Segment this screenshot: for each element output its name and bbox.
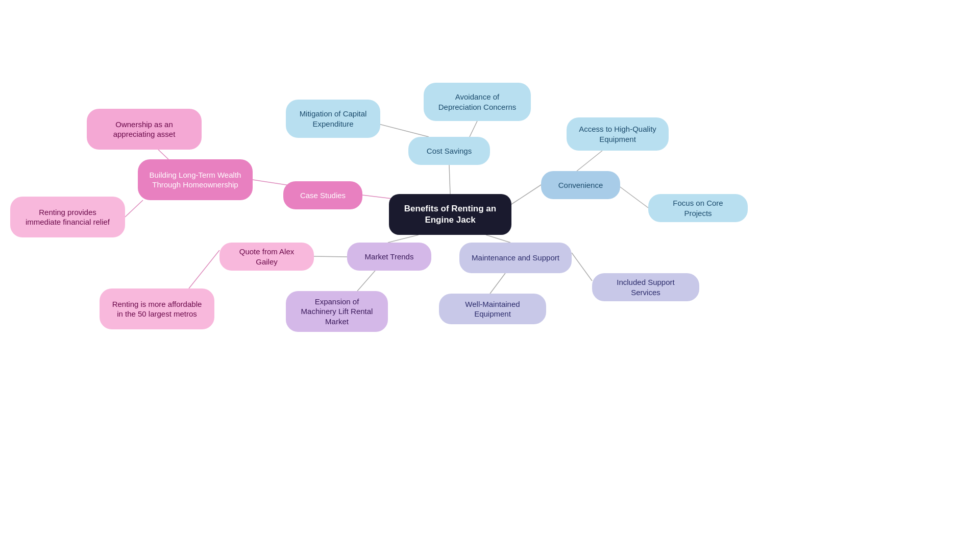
svg-line-0 (449, 165, 450, 194)
cost-savings-node: Cost Savings (408, 137, 490, 165)
renting-affordable-node: Renting is more affordable in the 50 lar… (100, 288, 214, 329)
center-node: Benefits of Renting an Engine Jack (389, 194, 511, 235)
focus-core-node: Focus on Core Projects (648, 194, 748, 222)
svg-line-3 (511, 185, 541, 204)
building-wealth-node: Building Long-Term Wealth Through Homeow… (138, 159, 253, 200)
quote-alex-node: Quote from Alex Gailey (219, 243, 314, 271)
ownership-asset-node: Ownership as an appreciating asset (87, 109, 202, 150)
svg-line-4 (577, 151, 602, 171)
maintenance-support-node: Maintenance and Support (459, 243, 572, 273)
market-trends-node: Market Trends (347, 243, 431, 271)
well-maintained-node: Well-Maintained Equipment (439, 294, 546, 324)
svg-line-11 (314, 256, 347, 257)
avoidance-depreciation-node: Avoidance of Depreciation Concerns (424, 83, 531, 121)
svg-line-8 (490, 273, 505, 294)
svg-line-16 (189, 250, 219, 288)
access-high-quality-node: Access to High-Quality Equipment (567, 117, 669, 151)
included-support-node: Included Support Services (592, 273, 699, 301)
case-studies-node: Case Studies (283, 181, 362, 209)
svg-line-10 (357, 271, 375, 291)
svg-line-15 (125, 200, 143, 217)
svg-line-6 (486, 235, 510, 243)
convenience-node: Convenience (541, 171, 620, 199)
expansion-machinery-node: Expansion of Machinery Lift Rental Marke… (286, 291, 388, 332)
svg-line-2 (470, 121, 477, 137)
svg-line-7 (572, 253, 592, 281)
renting-immediate-node: Renting provides immediate financial rel… (10, 197, 125, 237)
svg-line-9 (388, 235, 419, 243)
svg-line-14 (158, 150, 168, 159)
mitigation-capital-node: Mitigation of Capital Expenditure (286, 100, 380, 138)
